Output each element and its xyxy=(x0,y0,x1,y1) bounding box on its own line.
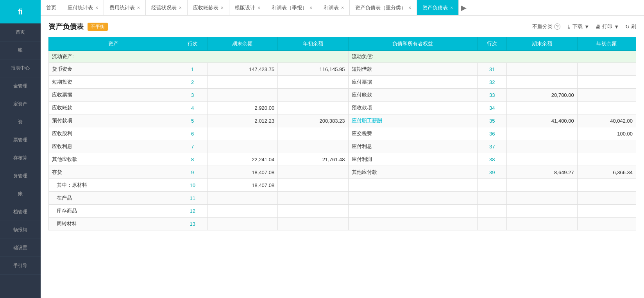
right-start-balance xyxy=(577,102,636,114)
sidebar-item-fixed-assets[interactable]: 定资产 xyxy=(0,95,41,113)
refresh-button[interactable]: ↻ 刷 xyxy=(625,23,636,30)
left-end-balance: 18,407.08 xyxy=(207,179,277,192)
sidebar-item-report-center[interactable]: 报表中心 xyxy=(0,59,41,77)
tab-profit-quarter[interactable]: 利润表（季报） × xyxy=(266,0,318,16)
tab-operation[interactable]: 经营状况表 × xyxy=(146,0,188,16)
tab-close-template[interactable]: × xyxy=(258,5,260,11)
tab-payable-stat[interactable]: 应付统计表 × xyxy=(62,0,104,16)
sidebar-item-invoice-mgmt[interactable]: 票管理 xyxy=(0,131,41,149)
right-start-balance xyxy=(577,140,636,153)
right-item-name xyxy=(348,179,478,192)
tab-home[interactable]: 首页 xyxy=(41,0,62,16)
left-row-num: 8 xyxy=(178,153,207,166)
no-reclassify-label[interactable]: 不重分类 ? xyxy=(532,23,560,30)
sidebar-item-tax-mgmt[interactable]: 务管理 xyxy=(0,167,41,185)
left-start-balance xyxy=(278,179,348,192)
left-start-balance: 116,145.95 xyxy=(278,63,348,76)
right-end-balance xyxy=(507,205,577,218)
left-item-name: 短期投资 xyxy=(49,76,178,89)
page-area: 资产负债表 不平衡 不重分类 ? ⤓ 下载 ▼ 🖶 打印 ▼ xyxy=(41,16,644,298)
right-row-num: 36 xyxy=(478,127,507,140)
header-asset: 资产 xyxy=(49,37,178,51)
right-row-num: 32 xyxy=(478,76,507,89)
right-end-balance xyxy=(507,127,577,140)
left-row-num: 12 xyxy=(178,205,207,218)
tab-close-payable-stat[interactable]: × xyxy=(95,5,98,11)
tab-receivable-age[interactable]: 应收账龄表 × xyxy=(188,0,229,16)
tab-balance[interactable]: 资产负债表 × xyxy=(417,0,459,16)
left-item-name: 在产品 xyxy=(49,192,178,205)
sidebar-item-ledger[interactable]: 账 xyxy=(0,185,41,203)
sidebar-item-archive-mgmt[interactable]: 档管理 xyxy=(0,203,41,221)
sidebar-item-guide[interactable]: 手引导 xyxy=(0,257,41,275)
download-button[interactable]: ⤓ 下载 ▼ xyxy=(567,23,589,30)
left-end-balance: 2,012.23 xyxy=(207,114,277,127)
left-row-num: 6 xyxy=(178,127,207,140)
sidebar-logo: fi xyxy=(0,0,41,23)
right-item-name: 预收款项 xyxy=(348,102,478,114)
left-row-num: 7 xyxy=(178,140,207,153)
left-end-balance xyxy=(207,192,277,205)
tab-close-balance[interactable]: × xyxy=(450,5,453,11)
table-row: 预付款项 5 2,012.23 200,383.23 应付职工薪酬 35 41,… xyxy=(49,114,636,127)
table-row: 在产品 11 xyxy=(49,192,636,205)
left-row-num: 9 xyxy=(178,166,207,179)
tab-close-receivable-age[interactable]: × xyxy=(221,5,224,11)
left-start-balance xyxy=(278,192,348,205)
page-title: 资产负债表 xyxy=(48,22,84,31)
sidebar-item-basic-settings[interactable]: 础设置 xyxy=(0,239,41,257)
right-start-balance: 100.00 xyxy=(577,127,636,140)
left-end-balance xyxy=(207,140,277,153)
right-category-label: 流动负债: xyxy=(348,51,636,63)
left-end-balance: 2,920.00 xyxy=(207,102,277,114)
help-icon[interactable]: ? xyxy=(554,23,560,30)
right-item-name: 应交税费 xyxy=(348,127,478,140)
left-item-name: 其中：原材料 xyxy=(49,179,178,192)
tab-expense-stat[interactable]: 费用统计表 × xyxy=(104,0,146,16)
tab-close-balance-reclassify[interactable]: × xyxy=(408,5,411,11)
right-end-balance: 20,700.00 xyxy=(507,89,577,102)
right-item-name xyxy=(348,192,478,205)
left-item-name: 存货 xyxy=(49,166,178,179)
tab-balance-reclassify[interactable]: 资产负债表（重分类） × xyxy=(350,0,417,16)
print-button[interactable]: 🖶 打印 ▼ xyxy=(596,23,619,30)
table-row: 其中：原材料 10 18,407.08 xyxy=(49,179,636,192)
sidebar-item-account[interactable]: 账 xyxy=(0,41,41,59)
table-row: 应收账款 4 2,920.00 预收款项 34 xyxy=(49,102,636,114)
main-content: 首页 应付统计表 × 费用统计表 × 经营状况表 × 应收账龄表 × 模版设计 … xyxy=(41,0,644,298)
header-start-balance-right: 年初余额 xyxy=(577,37,636,51)
right-item-name: 应付利息 xyxy=(348,140,478,153)
unbalanced-badge: 不平衡 xyxy=(88,23,108,31)
right-start-balance xyxy=(577,153,636,166)
tab-template[interactable]: 模版设计 × xyxy=(229,0,266,16)
table-row: 应收票据 3 应付账款 33 20,700.00 xyxy=(49,89,636,102)
left-row-num: 4 xyxy=(178,102,207,114)
right-start-balance xyxy=(577,63,636,76)
left-end-balance: 22,241.04 xyxy=(207,153,277,166)
header-start-balance-left: 年初余额 xyxy=(278,37,348,51)
sidebar-item-expense[interactable]: 畅报销 xyxy=(0,221,41,239)
right-row-num: 38 xyxy=(478,153,507,166)
tab-close-profit-quarter[interactable]: × xyxy=(309,5,312,11)
right-row-num xyxy=(478,192,507,205)
left-row-num: 13 xyxy=(178,218,207,230)
sidebar-item-resource[interactable]: 资 xyxy=(0,113,41,131)
right-item-name xyxy=(348,218,478,230)
left-item-name: 其他应收款 xyxy=(49,153,178,166)
sidebar-item-home[interactable]: 首页 xyxy=(0,23,41,41)
right-row-num: 39 xyxy=(478,166,507,179)
sidebar-item-inventory-calc[interactable]: 存核算 xyxy=(0,149,41,167)
left-item-name: 应收账款 xyxy=(49,102,178,114)
sidebar-item-fund-mgmt[interactable]: 金管理 xyxy=(0,77,41,95)
tab-close-profit[interactable]: × xyxy=(341,5,344,11)
tab-close-operation[interactable]: × xyxy=(179,5,182,11)
tab-scroll-right-icon[interactable]: ▶ xyxy=(459,4,469,12)
right-end-balance xyxy=(507,179,577,192)
table-row: 应收利息 7 应付利息 37 xyxy=(49,140,636,153)
right-start-balance xyxy=(577,179,636,192)
table-row: 其他应收款 8 22,241.04 21,761.48 应付利润 38 xyxy=(49,153,636,166)
tab-profit[interactable]: 利润表 × xyxy=(318,0,350,16)
table-row: 周转材料 13 xyxy=(49,218,636,230)
tab-close-expense-stat[interactable]: × xyxy=(137,5,140,11)
left-item-name: 应收票据 xyxy=(49,89,178,102)
